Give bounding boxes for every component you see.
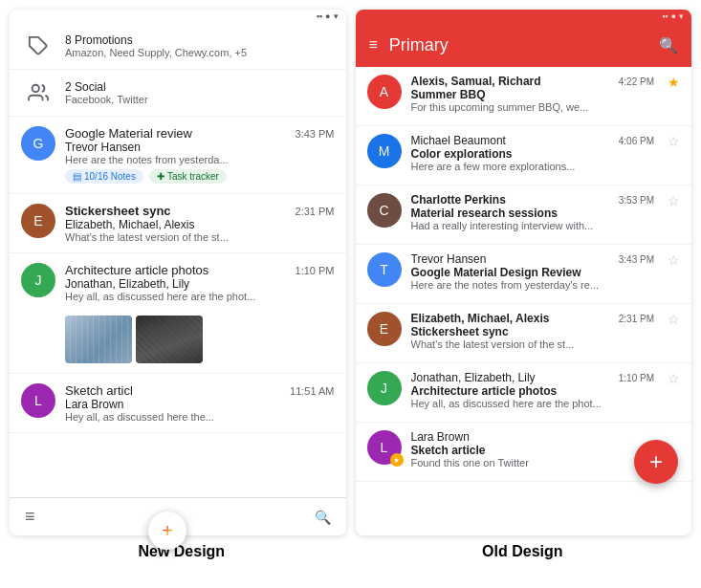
old-email-subject-5: Architecture article photos [411,384,655,398]
email-time-google: 3:43 PM [296,128,335,140]
old-email-subject-0: Summer BBQ [411,88,655,101]
email-sender-arch: Architecture article photos [65,263,208,277]
old-email-header-3: Trevor Hansen 3:43 PM [411,252,655,266]
old-email-preview-4: What's the latest version of the st... [411,338,655,350]
star-icon-1[interactable]: ☆ [668,134,680,149]
email-item-arch[interactable]: J Architecture article photos 1:10 PM Jo… [10,253,346,374]
chip-tracker[interactable]: ✚ Task tracker [149,169,227,184]
old-avatar-3: T [367,252,402,287]
social-icon [21,76,55,110]
old-email-content-1: Michael Beaumont 4:06 PM Color explorati… [411,134,655,172]
email-content-google: Google Material review 3:43 PM Trevor Ha… [65,126,335,184]
old-email-header-2: Charlotte Perkins 3:53 PM [411,193,655,207]
photo-thumb-2 [136,316,203,363]
email-item-sticker[interactable]: E Stickersheet sync 2:31 PM Elizabeth, M… [10,194,346,253]
email-subject-sketch: Lara Brown [65,398,335,411]
promotions-content: 8 Promotions Amazon, Need Supply, Chewy.… [65,33,247,58]
bottom-menu-icon[interactable]: ≡ [25,507,35,527]
old-email-preview-5: Hey all, as discussed here are the phot.… [411,398,655,409]
avatar-sketch: L [21,383,55,418]
email-subject-arch: Jonathan, Elizabeth, Lily [65,277,335,291]
old-email-sender-2: Charlotte Perkins [411,193,506,207]
old-email-header-0: Alexis, Samual, Richard 4:22 PM [411,75,655,88]
star-icon-4[interactable]: ☆ [668,312,680,327]
old-design-label: Old Design [482,535,562,570]
old-status-2: ● [671,11,676,21]
old-email-sender-1: Michael Beaumont [411,134,506,147]
email-sender-sticker: Stickersheet sync [65,204,171,218]
old-email-header-4: Elizabeth, Michael, Alexis 2:31 PM [411,312,655,325]
status-bar-old: ▪▪ ● ▾ [356,10,692,23]
old-email-item-0[interactable]: A Alexis, Samual, Richard 4:22 PM Summer… [356,67,692,126]
search-icon-old[interactable]: 🔍 [659,36,678,54]
email-item-sketch[interactable]: L Sketch articl 11:51 AM Lara Brown Hey … [10,374,346,433]
social-content: 2 Social Facebook, Twitter [65,80,148,105]
chip-notes[interactable]: ▤ 10/16 Notes [65,169,143,184]
status-icon-3: ▾ [334,11,339,21]
promotions-item[interactable]: 8 Promotions Amazon, Need Supply, Chewy.… [10,23,346,70]
promotions-icon [21,29,55,63]
avatar-sticker: E [21,204,55,238]
chip-tracker-label: Task tracker [167,171,219,182]
email-subject-google: Trevor Hansen [65,141,335,154]
old-email-item-4[interactable]: E Elizabeth, Michael, Alexis 2:31 PM Sti… [356,304,692,363]
compose-button-old[interactable]: + [634,440,678,484]
old-email-header-5: Jonathan, Elizabeth, Lily 1:10 PM [411,371,655,384]
status-bar-new: ▪▪ ● ▾ [10,10,346,23]
star-icon-0[interactable]: ★ [668,75,680,90]
chips-row-google: ▤ 10/16 Notes ✚ Task tracker [65,169,335,184]
old-status-1: ▪▪ [662,11,668,21]
old-avatar-1: M [367,134,402,168]
old-email-preview-0: For this upcoming summer BBQ, we... [411,101,655,113]
star-icon-5[interactable]: ☆ [668,371,680,386]
hamburger-icon[interactable]: ≡ [369,36,378,54]
tracker-chip-icon: ✚ [157,171,164,182]
old-email-preview-2: Had a really interesting interview with.… [411,220,655,231]
old-avatar-wrapper-6: L ★ [367,430,402,465]
old-email-time-0: 4:22 PM [619,76,654,87]
svg-point-1 [33,85,39,92]
old-email-preview-3: Here are the notes from yesterday's re..… [411,279,655,291]
old-email-sender-5: Jonathan, Elizabeth, Lily [411,371,536,384]
new-design-panel: ▪▪ ● ▾ 8 Promotions Amazon, Need Supply,… [10,10,346,535]
avatar-wrapper-sketch: L [21,383,55,418]
old-avatar-0: A [367,75,402,109]
email-sender-google: Google Material review [65,126,192,141]
email-preview-sketch: Hey all, as discussed here the... [65,411,335,423]
email-list-new: 8 Promotions Amazon, Need Supply, Chewy.… [10,23,346,497]
old-email-time-3: 3:43 PM [619,254,654,265]
old-email-content-0: Alexis, Samual, Richard 4:22 PM Summer B… [411,75,655,113]
star-icon-3[interactable]: ☆ [668,252,680,268]
old-email-sender-6: Lara Brown [411,430,470,444]
old-email-item-2[interactable]: C Charlotte Perkins 3:53 PM Material res… [356,185,692,245]
email-preview-arch: Hey all, as discussed here are the phot.… [65,291,335,302]
old-email-subject-2: Material research sessions [411,207,655,220]
star-icon-2[interactable]: ☆ [668,193,680,208]
social-item[interactable]: 2 Social Facebook, Twitter [10,70,346,117]
design-labels-row: New Design Old Design [0,535,701,579]
promotions-count: 8 Promotions [65,33,247,47]
bottom-search-icon[interactable]: 🔍 [315,510,331,525]
email-header-google: Google Material review 3:43 PM [65,126,335,141]
old-avatar-4: E [367,312,402,346]
notes-chip-icon: ▤ [73,171,81,182]
old-design-wrapper: ▪▪ ● ▾ ≡ Primary 🔍 A Alexis, Samual, Ric… [356,10,692,535]
old-avatar-5: J [367,371,402,405]
email-preview-google: Here are the notes from yesterda... [65,154,335,165]
email-sender-sketch: Sketch articl [65,383,133,398]
main-container: ▪▪ ● ▾ 8 Promotions Amazon, Need Supply,… [0,0,701,535]
old-email-item-1[interactable]: M Michael Beaumont 4:06 PM Color explora… [356,126,692,185]
avatar-arch: J [21,263,55,297]
star-badge-lara: ★ [390,453,404,467]
old-email-content-5: Jonathan, Elizabeth, Lily 1:10 PM Archit… [411,371,655,409]
old-email-header-6: Lara Brown [411,430,681,444]
email-time-sketch: 11:51 AM [290,385,334,397]
email-header-sticker: Stickersheet sync 2:31 PM [65,204,335,218]
old-email-item-3[interactable]: T Trevor Hansen 3:43 PM Google Material … [356,245,692,304]
status-icon-2: ● [325,11,330,21]
old-email-time-2: 3:53 PM [619,195,654,206]
old-email-time-5: 1:10 PM [619,373,654,383]
old-email-item-5[interactable]: J Jonathan, Elizabeth, Lily 1:10 PM Arch… [356,363,692,423]
email-content-arch: Architecture article photos 1:10 PM Jona… [65,263,335,302]
email-item-google[interactable]: G Google Material review 3:43 PM Trevor … [10,117,346,194]
